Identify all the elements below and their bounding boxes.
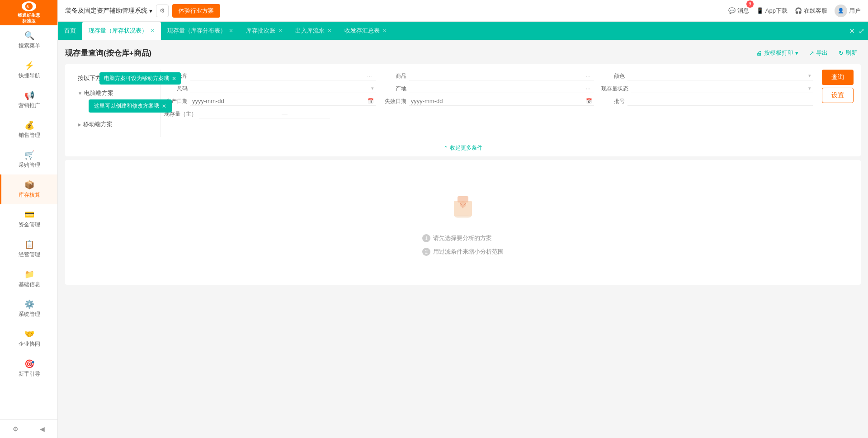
online-service-button[interactable]: 🎧 在线客服 (795, 7, 827, 15)
scheme-node-mobile[interactable]: ▶ 移动端方案 (78, 119, 155, 130)
step-number-2: 2 (422, 248, 430, 256)
stock-main-input-to[interactable] (292, 110, 328, 117)
tab-bar: 首页 现存量（库存状况表） ✕ 现存量（库存分布表） ✕ 库存批次账 ✕ 出入库… (58, 22, 868, 40)
more-options-icon[interactable]: ··· (365, 72, 374, 79)
calendar-icon[interactable]: 📅 (368, 98, 374, 104)
goods-input[interactable] (411, 72, 583, 79)
message-button[interactable]: 💬 消息 9 (728, 7, 749, 15)
sidebar-item-inventory[interactable]: 📦库存核算 (0, 174, 57, 204)
action-buttons: 查询 设置 (822, 70, 854, 103)
batch-no-control (627, 97, 813, 106)
settings-button[interactable]: ⚙ (156, 5, 169, 17)
sidebar-item-search[interactable]: 🔍搜索菜单 (0, 25, 57, 55)
goods-label: 商品 (383, 72, 406, 80)
sidebar-item-guide[interactable]: 🎯新手引导 (0, 353, 57, 383)
warehouse-input[interactable] (192, 72, 364, 79)
tab-maximize-icon[interactable]: ⤢ (859, 27, 864, 35)
tooltip2-close[interactable]: ✕ (162, 103, 166, 109)
sidebar-item-base[interactable]: 📁基础信息 (0, 264, 57, 294)
print-button[interactable]: 🖨 按模板打印 ▾ (753, 47, 802, 59)
more-options-icon[interactable]: ··· (584, 72, 592, 79)
filter-size: 尺码 ▾ (164, 84, 376, 93)
collab-icon: 🤝 (24, 329, 34, 339)
filter-produce-date: 生产日期 📅 (164, 97, 376, 106)
origin-input[interactable] (411, 85, 583, 92)
inventory-icon: 📦 (24, 180, 34, 190)
size-input[interactable] (192, 85, 370, 92)
dropdown-icon[interactable]: ▾ (371, 85, 374, 91)
batch-no-label: 批号 (601, 98, 625, 105)
sidebar-item-finance[interactable]: 💳资金管理 (0, 204, 57, 234)
tab-close-icon[interactable]: ✕ (229, 28, 233, 34)
range-separator: — (278, 110, 291, 117)
stock-status-control: ▾ (631, 84, 813, 93)
empty-step-2: 2 用过滤条件来缩小分析范围 (422, 246, 504, 258)
tab-close-icon[interactable]: ✕ (382, 28, 387, 34)
reset-button[interactable]: 设置 (822, 88, 854, 103)
batch-no-input[interactable] (629, 98, 811, 104)
size-label: 尺码 (164, 85, 188, 93)
tab-close-icon[interactable]: ✕ (278, 28, 283, 34)
more-options-icon[interactable]: ··· (584, 85, 592, 92)
sidebar-item-operations[interactable]: 📋经营管理 (0, 234, 57, 264)
calendar-icon[interactable]: 📅 (586, 98, 592, 104)
user-button[interactable]: 👤 用户 (835, 5, 861, 17)
tab-summary[interactable]: 收发存汇总表 ✕ (338, 22, 393, 40)
print-icon: 🖨 (756, 50, 762, 57)
sidebar-item-label: 新手引导 (19, 370, 40, 378)
service-icon: 🎧 (795, 7, 802, 14)
main-area: 装备及固定资产辅助管理系统 ▾ ⚙ 体验行业方案 💬 消息 9 📱 App下载 … (58, 0, 868, 438)
query-button[interactable]: 查询 (822, 70, 854, 85)
app-download-button[interactable]: 📱 App下载 (756, 7, 788, 15)
collapse-sidebar-icon[interactable]: ◀ (40, 425, 45, 433)
color-input[interactable] (629, 72, 807, 79)
sidebar-footer: ⚙ ◀ (0, 419, 57, 438)
industry-button[interactable]: 体验行业方案 (172, 4, 220, 18)
tab-stock-status[interactable]: 现存量（库存状况表） ✕ (82, 22, 161, 40)
stock-main-input[interactable] (201, 110, 277, 117)
tab-batch[interactable]: 库存批次账 ✕ (240, 22, 289, 40)
chevron-down-icon: ▾ (149, 7, 152, 14)
tooltip1-close[interactable]: ✕ (172, 75, 176, 82)
empty-text: 1 请先选择要分析的方案 2 用过滤条件来缩小分析范围 (422, 232, 504, 258)
tooltip2-container: 这里可以创建和修改方案哦 ✕ (89, 99, 155, 113)
filter-row-2: 尺码 ▾ 产地 ··· (164, 84, 813, 93)
tab-stock-dist[interactable]: 现存量（库存分布表） ✕ (161, 22, 240, 40)
produce-date-input[interactable] (192, 98, 367, 104)
export-button[interactable]: ↗ 导出 (806, 47, 831, 59)
sidebar-item-nav[interactable]: ⚡快捷导航 (0, 55, 57, 85)
tab-home[interactable]: 首页 (58, 22, 82, 40)
finance-icon: 💳 (24, 210, 34, 220)
sidebar-item-sales[interactable]: 💰销售管理 (0, 115, 57, 145)
warehouse-control: ··· (190, 71, 376, 80)
content-panel: 仓库 ··· 商品 ··· (160, 70, 816, 120)
tab-flow[interactable]: 出入库流水 ✕ (289, 22, 338, 40)
settings-icon[interactable]: ⚙ (13, 425, 19, 433)
stock-status-input[interactable] (633, 85, 807, 92)
marketing-icon: 📢 (24, 90, 34, 100)
scheme-node-pc[interactable]: ▼ 电脑端方案 (78, 88, 155, 99)
dropdown-icon[interactable]: ▾ (808, 85, 811, 91)
search-icon: 🔍 (24, 31, 34, 41)
refresh-button[interactable]: ↻ 刷新 (835, 47, 861, 59)
sidebar-item-purchase[interactable]: 🛒采购管理 (0, 145, 57, 174)
sidebar-item-system[interactable]: ⚙️系统管理 (0, 294, 57, 324)
system-title[interactable]: 装备及固定资产辅助管理系统 ▾ (65, 7, 152, 15)
expire-date-control: 📅 (409, 97, 594, 106)
sidebar-item-label: 营销推广 (19, 102, 40, 109)
expire-date-input[interactable] (411, 98, 585, 104)
tab-close-icon[interactable]: ✕ (150, 28, 155, 34)
logo-icon: 6 (22, 1, 36, 11)
tab-close-icon[interactable]: ✕ (327, 28, 332, 34)
produce-date-control: 📅 (190, 97, 376, 106)
chevron-down-icon: ▾ (795, 50, 798, 57)
dropdown-icon[interactable]: ▾ (808, 73, 811, 79)
empty-state: 1 请先选择要分析的方案 2 用过滤条件来缩小分析范围 (65, 160, 861, 285)
sidebar-item-collab[interactable]: 🤝企业协同 (0, 324, 57, 353)
tab-close-all-icon[interactable]: ✕ (849, 27, 855, 35)
sidebar-item-marketing[interactable]: 📢营销推广 (0, 85, 57, 115)
page-title: 现存量查询(按仓库+商品) (65, 48, 151, 58)
filter-color: 颜色 ▾ (601, 71, 813, 80)
empty-illustration (445, 187, 481, 223)
collapse-button[interactable]: ⌃ 收起更多条件 (72, 141, 854, 153)
